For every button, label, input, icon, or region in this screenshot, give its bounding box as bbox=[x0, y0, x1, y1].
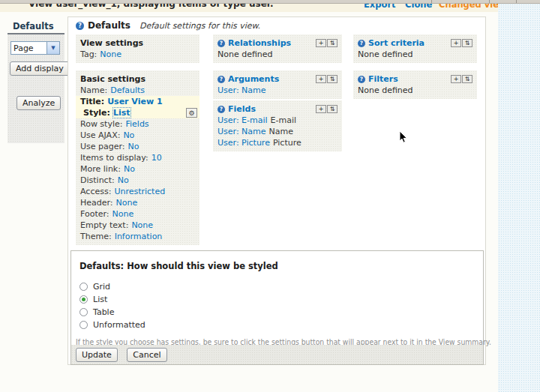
setting-label: Style: bbox=[83, 108, 110, 118]
fields-title-link[interactable]: Fields bbox=[228, 103, 256, 115]
chrome-divider bbox=[431, 0, 432, 3]
rearrange-icon[interactable]: ⇅ bbox=[462, 75, 472, 83]
setting-value-link[interactable]: No bbox=[124, 164, 135, 174]
sort-criteria-empty: None defined bbox=[358, 49, 472, 60]
field-link[interactable]: User: E-mail bbox=[218, 115, 268, 125]
add-icon[interactable]: + bbox=[316, 39, 326, 47]
arguments-title-link[interactable]: Arguments bbox=[228, 73, 279, 85]
setting-value-link[interactable]: Fields bbox=[125, 119, 148, 129]
setting-value-link[interactable]: Unrestricted bbox=[114, 187, 165, 196]
radio-label[interactable]: Unformatted bbox=[93, 320, 146, 330]
help-icon[interactable]: ? bbox=[218, 40, 225, 47]
relationships-title-link[interactable]: Relationships bbox=[228, 37, 291, 49]
box-buttons: + ⇅ bbox=[316, 75, 338, 83]
setting-value-link[interactable]: None bbox=[116, 198, 138, 208]
add-icon[interactable]: + bbox=[316, 75, 326, 83]
style-options: Grid List Table Unformatted bbox=[80, 280, 483, 331]
add-display-button[interactable]: Add display bbox=[10, 61, 70, 76]
field-link[interactable]: User: Picture bbox=[218, 138, 270, 148]
radio-label[interactable]: Table bbox=[93, 307, 114, 317]
help-icon[interactable]: ? bbox=[218, 106, 225, 113]
sort-criteria-box: ? Sort criteria + ⇅ None defined bbox=[353, 34, 477, 63]
filters-title-link[interactable]: Filters bbox=[368, 73, 398, 85]
rearrange-icon[interactable]: ⇅ bbox=[327, 39, 338, 47]
display-heading: ? Defaults Default settings for this vie… bbox=[76, 20, 260, 31]
argument-item: User: Name bbox=[218, 85, 338, 96]
add-icon[interactable]: + bbox=[451, 39, 461, 47]
box-buttons: + ⇅ bbox=[316, 105, 338, 113]
clone-link[interactable]: Clone bbox=[405, 4, 432, 10]
field-label: E-mail bbox=[271, 115, 297, 125]
setting-row-ajax: Use AJAX:No bbox=[80, 130, 195, 141]
setting-row-access: Access:Unrestricted bbox=[80, 186, 195, 197]
setting-row-morelink: More link:No bbox=[80, 163, 195, 175]
tag-label: Tag: bbox=[80, 49, 97, 59]
tag-value-link[interactable]: None bbox=[100, 49, 122, 59]
add-icon[interactable]: + bbox=[451, 75, 461, 83]
display-type-select[interactable]: Page ▼ bbox=[10, 41, 60, 55]
setting-label: Items to display: bbox=[80, 153, 148, 163]
setting-label: Title: bbox=[80, 97, 104, 106]
rearrange-icon[interactable]: ⇅ bbox=[327, 105, 338, 113]
field-link[interactable]: User: Name bbox=[218, 127, 266, 136]
setting-value-link[interactable]: No bbox=[118, 175, 129, 185]
filters-header: ? Filters + ⇅ bbox=[358, 73, 472, 85]
setting-value-link[interactable]: None bbox=[131, 220, 153, 230]
setting-row-rowstyle: Row style:Fields bbox=[80, 118, 195, 130]
basic-settings-box: Basic settings Name:Defaults Title:User … bbox=[76, 70, 200, 245]
setting-value-link[interactable]: Information bbox=[115, 232, 163, 241]
analyze-button[interactable]: Analyze bbox=[16, 96, 61, 110]
setting-label: Name: bbox=[80, 85, 107, 95]
radio-label[interactable]: List bbox=[93, 295, 107, 304]
setting-value-link[interactable]: No bbox=[123, 130, 134, 140]
relationships-header: ? Relationships + ⇅ bbox=[218, 37, 338, 49]
help-icon[interactable]: ? bbox=[76, 22, 84, 30]
box-buttons: + ⇅ bbox=[451, 75, 472, 83]
setting-row-footer: Footer:None bbox=[80, 208, 195, 220]
help-icon[interactable]: ? bbox=[358, 76, 365, 83]
setting-value-link[interactable]: No bbox=[128, 142, 140, 151]
field-label: Name bbox=[269, 127, 293, 136]
sidebar-panel: Page ▼ Add display Analyze bbox=[8, 34, 64, 143]
chrome-divider bbox=[489, 0, 490, 3]
filters-box: ? Filters + ⇅ None defined bbox=[353, 70, 477, 99]
rearrange-icon[interactable]: ⇅ bbox=[327, 75, 338, 83]
setting-value-link[interactable]: Defaults bbox=[110, 85, 145, 95]
page-title-band: View user_view_1, displaying items of ty… bbox=[0, 4, 540, 12]
argument-link[interactable]: User: Name bbox=[218, 85, 266, 95]
tab-defaults[interactable]: Defaults bbox=[8, 21, 64, 31]
setting-label: Row style: bbox=[80, 119, 122, 129]
help-icon[interactable]: ? bbox=[358, 40, 365, 47]
cancel-button[interactable]: Cancel bbox=[127, 348, 166, 362]
sort-criteria-title-link[interactable]: Sort criteria bbox=[368, 37, 424, 49]
style-settings-gear-icon[interactable]: ⚙ bbox=[186, 108, 197, 118]
radio-table[interactable] bbox=[80, 308, 88, 316]
filters-empty: None defined bbox=[358, 85, 472, 96]
update-button[interactable]: Update bbox=[76, 348, 118, 362]
box-buttons: + ⇅ bbox=[316, 39, 338, 47]
radio-label[interactable]: Grid bbox=[93, 282, 110, 292]
field-item: User: NameName bbox=[218, 126, 338, 137]
basic-settings-title: Basic settings bbox=[80, 73, 195, 85]
setting-label: Use pager: bbox=[80, 142, 125, 151]
relationships-box: ? Relationships + ⇅ None defined bbox=[213, 34, 342, 63]
changed-view-link[interactable]: Changed view bbox=[439, 4, 507, 10]
setting-value-link[interactable]: List bbox=[113, 108, 130, 118]
mouse-cursor bbox=[399, 130, 408, 144]
chevron-down-icon[interactable]: ▼ bbox=[46, 42, 59, 54]
setting-row-name: Name:Defaults bbox=[80, 85, 195, 96]
rearrange-icon[interactable]: ⇅ bbox=[462, 39, 472, 47]
setting-row-theme: Theme:Information bbox=[80, 231, 195, 242]
radio-grid[interactable] bbox=[80, 283, 88, 291]
radio-list[interactable] bbox=[80, 295, 88, 304]
add-icon[interactable]: + bbox=[316, 105, 326, 113]
box-buttons: + ⇅ bbox=[451, 39, 472, 47]
export-link[interactable]: Export bbox=[364, 4, 396, 10]
sort-criteria-header: ? Sort criteria + ⇅ bbox=[358, 37, 472, 49]
setting-value-link[interactable]: User View 1 bbox=[107, 97, 162, 106]
setting-value-link[interactable]: 10 bbox=[152, 153, 162, 163]
setting-label: Footer: bbox=[80, 209, 110, 219]
radio-unformatted[interactable] bbox=[80, 321, 88, 329]
help-icon[interactable]: ? bbox=[218, 76, 225, 83]
setting-value-link[interactable]: None bbox=[112, 209, 134, 219]
